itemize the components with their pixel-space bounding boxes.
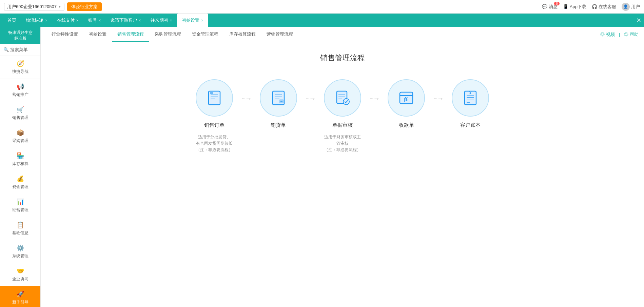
quick-nav-icon: 🧭	[17, 60, 24, 67]
sidebar-logo: 畅康通好生意 标准版	[0, 27, 40, 44]
sub-nav-right: ◎ 视频 | ◎ 帮助	[600, 32, 639, 38]
sub-nav: 行业特性设置 初始设置 销售管理流程 采购管理流程 资金管理流程 库存核算流程	[41, 27, 644, 42]
sidebar-item-guide[interactable]: 🚀 新手引导	[0, 286, 40, 307]
company-selector[interactable]: 用户690企业1660120507 ▼	[4, 3, 64, 11]
company-name: 用户690企业1660120507	[7, 4, 57, 10]
flow-circle-delivery[interactable]	[260, 79, 297, 117]
main-layout: 畅康通好生意 标准版 🔍 搜索菜单 🧭 快捷导航 📢 营销推广 🛒 销售管理 📦…	[0, 27, 644, 307]
page-content: 销售管理流程 销售订单 适用于分批发货、有合同	[41, 42, 644, 307]
tab-period[interactable]: 往来期初 ✕	[146, 14, 177, 27]
divider: |	[619, 32, 620, 37]
sidebar-item-label: 快捷导航	[12, 69, 28, 75]
sub-nav-inventory-flow[interactable]: 库存核算流程	[224, 27, 261, 42]
sidebar-item-label: 系统管理	[12, 253, 28, 259]
tab-account[interactable]: 账号 ✕	[83, 14, 106, 27]
flow-circle-audit[interactable]	[324, 79, 361, 117]
online-service-button[interactable]: 🎧 在线客服	[592, 4, 616, 10]
close-all-tabs[interactable]: ✕	[636, 17, 641, 24]
sidebar-item-label: 资金管理	[12, 184, 28, 190]
top-bar-left: 用户690企业1660120507 ▼ 体验行业方案	[4, 2, 102, 11]
top-bar-right: 💬 消息 6 📱 App下载 🎧 在线客服 👤 用户	[542, 3, 640, 11]
tab-initial-setup-close[interactable]: ✕	[201, 19, 203, 22]
delivery-icon	[270, 89, 287, 106]
payment-icon: ¥	[398, 89, 415, 106]
flow-circle-ledger[interactable]: ¥	[452, 79, 489, 117]
service-icon: 🎧	[592, 4, 597, 9]
help-link[interactable]: ◎ 帮助	[624, 32, 639, 38]
sub-nav-sales-flow[interactable]: 销售管理流程	[112, 27, 149, 42]
flow-step-delivery: 销货单	[251, 79, 306, 134]
sidebar-item-inventory[interactable]: 🏪 库存核算	[0, 148, 40, 171]
download-icon: 📱	[563, 4, 568, 9]
sub-nav-purchase-flow[interactable]: 采购管理流程	[149, 27, 187, 42]
sidebar-item-label: 采购管理	[12, 138, 28, 144]
tab-account-label: 账号	[88, 17, 97, 23]
video-link[interactable]: ◎ 视频	[600, 32, 615, 38]
tab-account-close[interactable]: ✕	[98, 19, 101, 22]
sidebar-item-system[interactable]: ⚙️ 系统管理	[0, 240, 40, 263]
svg-text:¥: ¥	[469, 91, 472, 95]
inventory-icon: 🏪	[17, 152, 24, 160]
sidebar-item-quick-nav[interactable]: 🧭 快捷导航	[0, 56, 40, 79]
tab-home[interactable]: 首页	[3, 14, 21, 27]
message-button[interactable]: 💬 消息 6	[542, 4, 558, 10]
system-icon: ⚙️	[17, 244, 24, 252]
tab-invite-close[interactable]: ✕	[138, 19, 141, 22]
flow-arrow-1: ···→	[241, 79, 251, 102]
trial-button[interactable]: 体验行业方案	[67, 2, 102, 11]
flow-arrow-3: ···→	[370, 79, 379, 102]
sidebar-item-sales[interactable]: 🛒 销售管理	[0, 102, 40, 125]
sidebar-item-basic-info[interactable]: 📋 基础信息	[0, 217, 40, 240]
flow-arrow-4: ···→	[433, 79, 443, 102]
tab-logistics-label: 物流快递	[26, 17, 43, 23]
flow-circle-order[interactable]	[196, 79, 233, 117]
tab-period-label: 往来期初	[151, 17, 168, 23]
sidebar-search[interactable]: 🔍 搜索菜单	[0, 44, 40, 56]
sidebar-item-operations[interactable]: 📊 经营管理	[0, 194, 40, 217]
message-badge: 6	[554, 2, 560, 5]
purchase-icon: 📦	[17, 129, 24, 137]
ledger-icon: ¥	[462, 89, 479, 106]
sub-nav-industry[interactable]: 行业特性设置	[46, 27, 83, 42]
sidebar: 畅康通好生意 标准版 🔍 搜索菜单 🧭 快捷导航 📢 营销推广 🛒 销售管理 📦…	[0, 27, 41, 307]
avatar: 👤	[622, 3, 630, 11]
sidebar-item-purchase[interactable]: 📦 采购管理	[0, 125, 40, 148]
sub-nav-marketing-flow[interactable]: 营销管理流程	[261, 27, 298, 42]
search-icon: 🔍	[3, 47, 9, 52]
tab-period-close[interactable]: ✕	[170, 19, 172, 22]
sub-nav-initial[interactable]: 初始设置	[83, 27, 112, 42]
sales-icon: 🛒	[17, 106, 24, 114]
search-label: 搜索菜单	[10, 47, 28, 53]
tab-logistics[interactable]: 物流快递 ✕	[21, 14, 52, 27]
top-bar: 用户690企业1660120507 ▼ 体验行业方案 💬 消息 6 📱 App下…	[0, 0, 644, 14]
tab-payment-label: 在线支付	[57, 17, 75, 23]
page-title: 销售管理流程	[49, 53, 636, 63]
step-audit-desc: 适用于财务审核或主管审核（注：非必要流程）	[324, 134, 361, 154]
sidebar-item-label: 企业协同	[12, 276, 28, 282]
sub-nav-left: 行业特性设置 初始设置 销售管理流程 采购管理流程 资金管理流程 库存核算流程	[46, 27, 298, 42]
sidebar-item-label: 库存核算	[12, 161, 28, 167]
sidebar-item-label: 销售管理	[12, 115, 28, 121]
tab-payment[interactable]: 在线支付 ✕	[52, 14, 83, 27]
basic-info-icon: 📋	[17, 221, 24, 229]
sub-nav-finance-flow[interactable]: 资金管理流程	[187, 27, 224, 42]
flow-step-audit: 单据审核 适用于财务审核或主管审核（注：非必要流程）	[315, 79, 370, 154]
sidebar-item-label: 经营管理	[12, 207, 28, 213]
message-icon: 💬	[542, 4, 547, 9]
user-menu[interactable]: 👤 用户	[622, 3, 640, 11]
step-payment-label: 收款单	[399, 122, 414, 128]
sidebar-item-finance[interactable]: 💰 资金管理	[0, 171, 40, 194]
marketing-icon: 📢	[17, 83, 24, 90]
logo-text: 畅康通好生意 标准版	[8, 30, 33, 41]
online-service-label: 在线客服	[599, 4, 616, 10]
sidebar-item-enterprise[interactable]: 🤝 企业协同	[0, 263, 40, 286]
app-download-button[interactable]: 📱 App下载	[563, 4, 586, 10]
flow-circle-payment[interactable]: ¥	[388, 79, 425, 117]
step-delivery-label: 销货单	[271, 122, 286, 128]
sidebar-item-marketing[interactable]: 📢 营销推广	[0, 79, 40, 102]
tab-logistics-close[interactable]: ✕	[45, 19, 47, 22]
tab-payment-close[interactable]: ✕	[76, 19, 79, 22]
tab-initial-setup[interactable]: 初始设置 ✕	[177, 14, 208, 27]
app-download-label: App下载	[570, 4, 586, 10]
tab-invite[interactable]: 邀请下游客户 ✕	[106, 14, 146, 27]
